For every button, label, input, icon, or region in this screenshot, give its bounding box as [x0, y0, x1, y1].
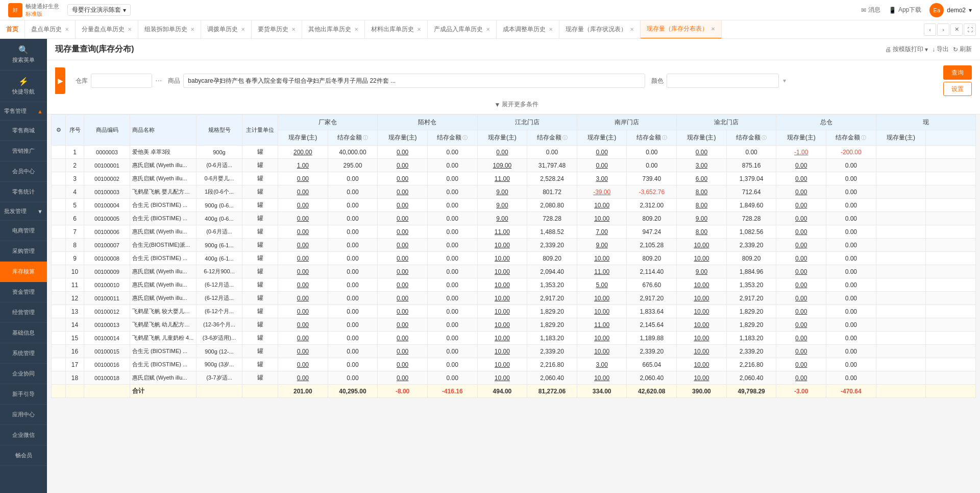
tab-inventory-status[interactable]: 现存量（库存状况表）✕	[559, 20, 641, 39]
expand-btn[interactable]: ▼ 展开更多条件	[495, 100, 539, 109]
sidebar-item-purchase[interactable]: 采购管理	[0, 241, 47, 262]
sidebar-item-promo[interactable]: 营销推广	[0, 141, 47, 161]
close-icon[interactable]: ✕	[65, 27, 69, 32]
th-unit: 主计量单位	[242, 115, 278, 146]
th-jb-qty: 现存量(主)	[477, 130, 527, 146]
th-total-warehouse: 总仓	[776, 115, 876, 130]
tab-material-out[interactable]: 材料出库单历史 ✕	[365, 20, 428, 39]
sidebar-item-bizm[interactable]: 经营管理	[0, 302, 47, 323]
search-row: ▶ 仓库 ··· 商品 颜色 ▾ 查询 设置	[55, 65, 972, 96]
tab-inventory-count[interactable]: 盘点单历史 ✕	[25, 20, 76, 39]
sidebar-item-ecom[interactable]: 电商管理	[0, 221, 47, 241]
goods-field: 商品	[168, 74, 645, 88]
table-body: 1 0000003 爱他美 卓萃3段 900g 罐 200.00 40,000.…	[52, 146, 976, 385]
close-icon[interactable]: ✕	[354, 27, 358, 32]
warehouse-input[interactable]	[91, 74, 152, 88]
table-row: 2 00100001 惠氏启赋 (Wyeth illu... (0-6月适...…	[52, 159, 976, 172]
search-bar: ▶ 仓库 ··· 商品 颜色 ▾ 查询 设置	[47, 60, 980, 114]
print-icon: 🖨	[885, 46, 891, 53]
warehouse-dots[interactable]: ···	[155, 76, 162, 85]
th-mc-qty: 现存量(主)	[378, 130, 428, 146]
tab-demand[interactable]: 要货单历史 ✕	[252, 20, 302, 39]
sidebar-item-vip[interactable]: 畅会员	[0, 445, 47, 466]
close-icon[interactable]: ✕	[190, 27, 194, 32]
close-icon[interactable]: ✕	[291, 27, 296, 32]
nav-prev-btn[interactable]: ‹	[924, 24, 936, 36]
sidebar-item-sys[interactable]: 系统管理	[0, 343, 47, 364]
setting-button[interactable]: 设置	[943, 82, 972, 96]
sidebar-item-apps[interactable]: 应用中心	[0, 405, 47, 425]
export-icon: ↓	[932, 46, 935, 53]
refresh-icon: ↻	[953, 46, 958, 53]
sidebar-item-wechat[interactable]: 企业微信	[0, 425, 47, 445]
industry-dropdown[interactable]: 母婴行业演示陈套 ▾	[67, 4, 131, 16]
close-icon[interactable]: ✕	[241, 27, 245, 32]
close-icon[interactable]: ✕	[630, 27, 634, 32]
print-btn[interactable]: 🖨 按模版打印 ▾	[885, 45, 928, 54]
nav-tab-controls: ‹ › ✕ ⛶	[920, 24, 980, 36]
expand-icon: ▼	[495, 101, 501, 108]
close-icon[interactable]: ✕	[417, 27, 421, 32]
nav-expand-btn[interactable]: ⛶	[964, 24, 976, 36]
tab-product-in[interactable]: 产成品入库单历史 ✕	[428, 20, 497, 39]
color-chevron-icon[interactable]: ▾	[783, 77, 786, 84]
sidebar-item-guide[interactable]: 新手引导	[0, 384, 47, 405]
table-row: 15 00100014 飞鹤星飞帆 儿童奶粉 4... (3-6岁适用)... …	[52, 332, 976, 345]
nav-close-btn[interactable]: ✕	[950, 24, 963, 36]
sidebar-item-retail[interactable]: 零售管理 ▲	[0, 102, 47, 121]
sidebar-item-batch[interactable]: 批发管理 ▼	[0, 202, 47, 221]
collapse-arrow[interactable]: ▶	[55, 67, 65, 94]
table-footer: 合计 201.00 40,295.00 -8.00 -416.16 494.00…	[52, 385, 976, 398]
sidebar-item-inventory[interactable]: 库存核算	[0, 262, 47, 282]
user-area[interactable]: Ea demo2 ▾	[929, 3, 972, 17]
th-yubei-store: 渝北门店	[677, 115, 776, 130]
tab-home[interactable]: 首页	[0, 20, 25, 39]
tab-assembly[interactable]: 组装拆卸单历史 ✕	[138, 20, 201, 39]
search-icon: 🔍	[3, 45, 44, 55]
info-icon: ⓘ	[562, 135, 568, 140]
sidebar-item-shop[interactable]: 零售商城	[0, 121, 47, 141]
sidebar-item-stats[interactable]: 零售统计	[0, 182, 47, 202]
tab-cost-adjust[interactable]: 成本调整单历史 ✕	[497, 20, 559, 39]
sidebar-item-corp[interactable]: 企业协同	[0, 364, 47, 384]
th-code: 商品编码	[84, 115, 130, 146]
color-input[interactable]	[667, 74, 779, 88]
th-cz-qty: 现存量(主)	[278, 130, 328, 146]
th-spec: 规格型号	[197, 115, 242, 146]
table-row: 6 00100005 合生元 (BIOSTIME) ... 400g (0-6.…	[52, 212, 976, 225]
th-gear[interactable]: ⚙	[52, 115, 66, 146]
sidebar-item-finance[interactable]: 资金管理	[0, 282, 47, 302]
goods-input[interactable]	[183, 74, 645, 88]
refresh-btn[interactable]: ↻ 刷新	[953, 45, 972, 54]
expand-row: ▼ 展开更多条件	[55, 100, 972, 109]
tab-inventory-dist[interactable]: 现存量（库存分布表）✕	[641, 20, 722, 39]
table-row: 18 00100018 惠氏启赋 (Wyeth illu... (3-7岁适..…	[52, 371, 976, 385]
chevron-down-icon: ▼	[37, 208, 43, 215]
close-icon[interactable]: ✕	[128, 27, 132, 32]
tab-outbound[interactable]: 其他出库单历史 ✕	[302, 20, 365, 39]
table-row: 11 00100010 惠氏启赋 (Wyeth illu... (6-12月适.…	[52, 278, 976, 292]
nav-next-btn[interactable]: ›	[937, 24, 949, 36]
quick-nav-icon: ⚡	[3, 77, 44, 86]
tab-portion-count[interactable]: 分量盘点单历史 ✕	[76, 20, 138, 39]
table-row: 3 00100002 惠氏启赋 (Wyeth illu... 0-6月婴儿...…	[52, 172, 976, 185]
th-factory-warehouse: 厂家仓	[278, 115, 378, 130]
th-na-qty: 现存量(主)	[577, 130, 627, 146]
sidebar-item-member[interactable]: 会员中心	[0, 161, 47, 182]
export-btn[interactable]: ↓ 导出	[932, 45, 949, 54]
th-cz-amt: 结存金额ⓘ	[328, 130, 378, 146]
app-download-btn[interactable]: 📱 App下载	[889, 6, 921, 14]
page-title: 现存量查询(库存分布)	[55, 44, 134, 55]
message-btn[interactable]: ✉ 消息	[861, 6, 880, 14]
sidebar-item-quick[interactable]: ⚡ 快捷导航	[0, 71, 47, 102]
close-icon[interactable]: ✕	[486, 27, 490, 32]
tab-transfer[interactable]: 调拨单历史 ✕	[201, 20, 252, 39]
close-icon[interactable]: ✕	[549, 27, 553, 32]
top-bar-right: ✉ 消息 📱 App下载 Ea demo2 ▾	[861, 3, 972, 17]
sidebar: 🔍 搜索英单 ⚡ 快捷导航 零售管理 ▲ 零售商城 营销推广 会员中心 零售统计…	[0, 39, 47, 493]
close-icon[interactable]: ✕	[711, 26, 715, 32]
query-button[interactable]: 查询	[943, 65, 972, 80]
sidebar-item-basic[interactable]: 基础信息	[0, 323, 47, 343]
table-row: 5 00100004 合生元 (BIOSTIME) ... 900g (0-6.…	[52, 199, 976, 212]
sidebar-item-search[interactable]: 🔍 搜索英单	[0, 39, 47, 71]
